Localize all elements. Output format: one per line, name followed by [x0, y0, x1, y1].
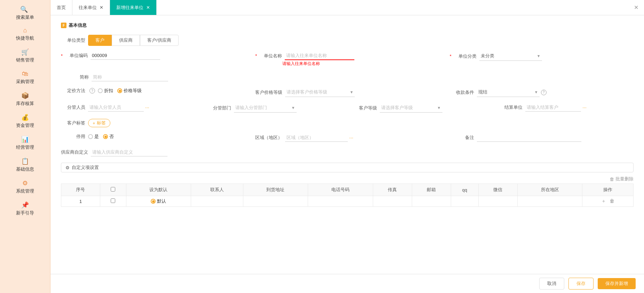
manager-more-btn[interactable]: ···: [145, 105, 149, 110]
sidebar-item-operations[interactable]: 📊 经营管理: [0, 132, 50, 154]
tag-btn-label: 标签: [97, 120, 106, 126]
payment-terms-value: 现结: [478, 89, 533, 95]
cancel-button[interactable]: 取消: [539, 278, 564, 290]
cell-region: [517, 196, 582, 207]
select-all-checkbox[interactable]: [111, 187, 115, 192]
col-region: 所在地区: [517, 184, 582, 196]
delete-row-button[interactable]: 🗑: [610, 198, 614, 204]
type-btn-supplier[interactable]: 供应商: [112, 35, 140, 46]
type-btn-both[interactable]: 客户/供应商: [140, 35, 179, 46]
radio-discount[interactable]: 折扣: [98, 88, 113, 94]
type-btn-customer[interactable]: 客户: [88, 35, 112, 46]
inventory-icon: 📦: [21, 92, 29, 99]
remark-field: 备注: [450, 133, 634, 142]
default-radio[interactable]: 默认: [128, 198, 189, 204]
tab-partners-close[interactable]: ✕: [100, 5, 103, 10]
region-field: 区域（地区） ···: [255, 133, 439, 142]
search-icon: 🔍: [20, 6, 28, 13]
region-input[interactable]: [285, 133, 348, 142]
sidebar-item-label: 库存核算: [16, 100, 34, 107]
batch-delete-icon: 🗑: [610, 177, 614, 182]
col-seq: 序号: [61, 184, 100, 196]
pricing-row: 定价方法 ? 折扣 价格等级 客户价格等级 请选择客户价格等级: [61, 88, 634, 97]
disabled-field: 停用 是 否: [61, 133, 245, 140]
row-actions: ＋ 🗑: [584, 198, 631, 204]
disabled-radio-group: 是 否: [88, 133, 114, 140]
settlement-unit-input[interactable]: [525, 103, 581, 112]
unit-category-select[interactable]: 未分类 ▼: [479, 51, 542, 61]
sidebar-item-guide[interactable]: 📌 新手引导: [0, 198, 50, 220]
supplier-custom-field: 供应商自定义: [61, 148, 634, 156]
tab-new-partner-close[interactable]: ✕: [146, 5, 150, 10]
manager-input[interactable]: [88, 103, 144, 112]
tab-home[interactable]: 首页: [50, 0, 72, 15]
customer-level-chevron: ▼: [437, 106, 441, 110]
main-area: 首页 往来单位 ✕ 新增往来单位 ✕ ✕ F 基本信息 单位类型 客户 供应商 …: [50, 0, 644, 293]
pricing-method-label: 定价方法: [61, 88, 85, 94]
unit-name-label: 单位名称: [258, 53, 282, 59]
settlement-unit-more-btn[interactable]: ···: [582, 105, 587, 110]
tab-partners[interactable]: 往来单位 ✕: [72, 0, 110, 15]
payment-terms-help-icon[interactable]: ?: [541, 90, 547, 95]
section-title-icon: F: [61, 23, 66, 28]
purchase-icon: 🛍: [22, 70, 28, 78]
unit-type-label: 单位类型: [61, 37, 85, 43]
sidebar-item-basic-info[interactable]: 📋 基础信息: [0, 154, 50, 176]
sidebar-item-system[interactable]: ⚙ 系统管理: [0, 176, 50, 198]
sidebar-item-label: 新手引导: [16, 210, 34, 216]
radio-price-level[interactable]: 价格等级: [117, 88, 142, 94]
add-tag-button[interactable]: + 标签: [88, 119, 110, 127]
customer-level-placeholder: 请选择客户等级: [381, 105, 436, 111]
table-row: 1 默认: [61, 196, 634, 207]
remark-input[interactable]: [477, 133, 581, 142]
sidebar-item-label: 快捷导航: [16, 35, 34, 41]
sidebar-item-finance[interactable]: 💰 资金管理: [0, 110, 50, 132]
radio-price-level-circle: [117, 88, 122, 93]
save-and-new-button[interactable]: 保存并新增: [598, 278, 636, 289]
department-field: 分管部门 请输入分管部门 ▼: [207, 103, 342, 113]
row-checkbox[interactable]: [111, 198, 115, 203]
cell-address: [243, 196, 308, 207]
department-select[interactable]: 请输入分管部门 ▼: [234, 103, 297, 113]
payment-terms-chevron: ▼: [534, 90, 538, 94]
bottom-bar: 取消 保存 保存并新增: [50, 274, 644, 293]
gear-icon: ⚙: [65, 165, 70, 170]
payment-terms-select[interactable]: 现结 ▼: [477, 88, 540, 97]
sidebar-item-quick-nav[interactable]: ⌂ 快捷导航: [0, 23, 50, 45]
unit-name-input[interactable]: [285, 51, 354, 60]
customer-price-level-label: 客户价格等级: [255, 89, 282, 96]
department-label: 分管部门: [207, 105, 231, 111]
disabled-row: 停用 是 否 区域（地区） ···: [61, 133, 634, 142]
save-button[interactable]: 保存: [568, 278, 594, 290]
remark-label: 备注: [450, 135, 474, 141]
col-checkbox: [100, 184, 126, 196]
customer-price-level-placeholder: 请选择客户价格等级: [286, 89, 348, 95]
radio-yes[interactable]: 是: [88, 133, 99, 140]
window-close-button[interactable]: ✕: [628, 4, 644, 11]
payment-terms-label: 收款条件: [450, 89, 474, 96]
region-more-btn[interactable]: ···: [349, 135, 353, 140]
custom-settings-button[interactable]: ⚙ 自定义项设置: [61, 163, 634, 172]
sidebar-item-inventory[interactable]: 📦 库存核算: [0, 88, 50, 110]
cell-phone: [308, 196, 373, 207]
pricing-help-icon[interactable]: ?: [89, 88, 95, 93]
section-title: F 基本信息: [61, 22, 634, 29]
cell-fax: [373, 196, 412, 207]
customer-level-select[interactable]: 请选择客户等级 ▼: [380, 103, 442, 113]
customer-price-level-select[interactable]: 请选择客户价格等级 ▼: [285, 88, 355, 97]
unit-category-chevron: ▼: [537, 54, 541, 58]
basic-info-icon: 📋: [21, 157, 29, 165]
unit-code-input[interactable]: [91, 51, 160, 60]
sidebar-item-purchase[interactable]: 🛍 采购管理: [0, 67, 50, 88]
sidebar-item-sales[interactable]: 🛒 销售管理: [0, 45, 50, 67]
radio-no[interactable]: 否: [103, 133, 114, 140]
sidebar-item-search[interactable]: 🔍 搜索菜单: [0, 3, 50, 23]
radio-no-circle: [103, 134, 108, 139]
radio-discount-circle: [98, 88, 103, 93]
payment-terms-field: 收款条件 现结 ▼ ?: [450, 88, 634, 97]
short-name-input[interactable]: [92, 73, 168, 81]
tab-new-partner[interactable]: 新增往来单位 ✕: [110, 0, 157, 15]
batch-delete-button[interactable]: 🗑 批量删除: [610, 176, 634, 182]
add-row-button[interactable]: ＋: [601, 198, 606, 204]
supplier-custom-input[interactable]: [91, 148, 167, 156]
